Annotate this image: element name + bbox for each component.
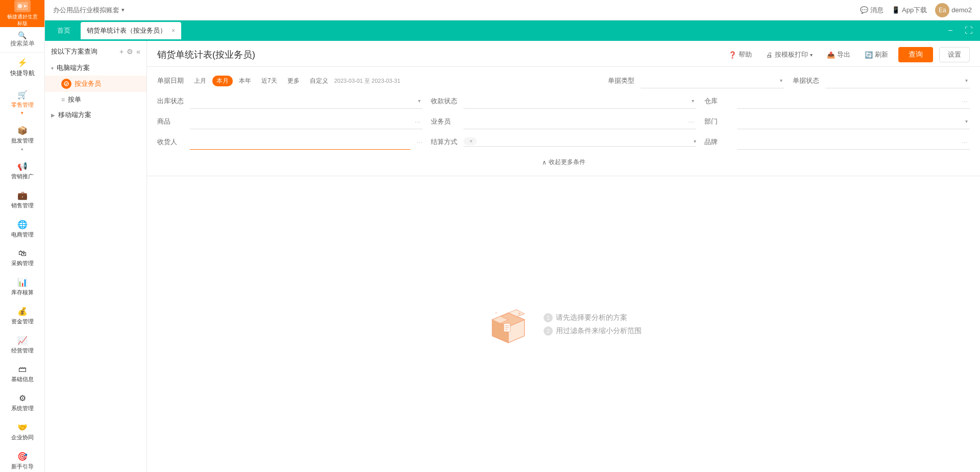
tree-item-by-order[interactable]: ≡ 按单 [45,92,146,107]
tree-item-by-salesman[interactable]: 按业务员 [45,76,146,92]
doc-status-select[interactable]: ▾ [825,73,970,88]
download-icon: 📱 [892,6,900,14]
tab-sales-stats[interactable]: 销货单统计表（按业务员） × [81,22,181,39]
app-logo[interactable]: 畅捷通好生意 标版 [0,0,45,27]
newbie-label: 新手引导 [11,463,34,470]
help-label: 帮助 [739,50,752,59]
corp-icon: 🤝 [17,422,28,432]
finance-label: 资金管理 [11,318,34,325]
breadcrumb-text: 办公用品行业模拟账套 [53,6,119,15]
breadcrumb-arrow-icon: ▾ [121,7,125,13]
retail-icon: 🛒 [17,90,28,100]
filter-brand: 品牌 ··· [704,134,970,150]
doc-type-select[interactable]: ▾ [641,73,785,88]
date-pill-more[interactable]: 更多 [283,76,304,86]
home-label: 首页 [57,26,70,35]
tab-home[interactable]: 首页 [49,20,79,41]
sidebar-item-basic[interactable]: 🗃 基础信息 [0,360,44,388]
warehouse-select[interactable]: ··· [737,93,970,109]
filter-area: 单据日期 上月 本月 本年 近7天 更多 自定义 2023-03-01 至 20… [147,67,980,176]
brand-ellipsis-icon: ··· [962,138,968,146]
print-arrow-icon: ▾ [810,52,813,58]
collapse-icon: − [948,26,952,35]
user-menu-btn[interactable]: Ea demo2 [935,3,972,17]
salesman-select[interactable]: ··· [463,114,696,129]
out-status-select[interactable]: ▾ [190,93,423,109]
tab-bar-actions: − ⛶ [943,23,976,38]
date-pill-this-month[interactable]: 本月 [212,76,233,86]
refresh-label: 刷新 [875,50,888,59]
right-content: 销货单统计表(按业务员) ❓ 帮助 🖨 按模板打印 ▾ 📤 导出 [147,41,980,472]
sidebar-item-sales[interactable]: 💼 销售管理 [0,185,44,215]
sidebar-item-retail[interactable]: 🛒 零售管理 ▾ [0,85,44,121]
filter-salesman: 业务员 ··· [431,114,696,129]
tree-group-mobile[interactable]: ▶ 移动端方案 [45,107,146,123]
sidebar-item-wholesale[interactable]: 📦 批发管理 ▴ [0,121,44,156]
filter-settlement: 结算方式 × ▾ [431,137,696,147]
collapse-filters-label: 收起更多条件 [549,158,585,167]
avatar-text: Ea [939,7,946,14]
finance-icon: 💰 [17,306,28,316]
collapse-filters-btn[interactable]: ∧ 收起更多条件 [157,155,970,170]
message-btn[interactable]: 💬 消息 [860,6,884,15]
brand-select[interactable]: ··· [737,134,970,150]
receiver-ellipsis-icon: ··· [416,138,423,146]
brand-label: 品牌 [704,137,733,147]
basic-label: 基础信息 [11,375,34,383]
help-btn[interactable]: ❓ 帮助 [724,48,756,61]
sidebar-search[interactable]: 🔍 搜索菜单 [0,27,44,53]
tree-group-pc[interactable]: ▾ 电脑端方案 [45,60,146,76]
receipt-status-select[interactable]: ▾ [463,93,696,109]
settlement-tag-close-btn[interactable]: × [470,138,473,144]
sidebar-item-shortcut[interactable]: ⚡ 快捷导航 [0,53,44,83]
active-indicator [61,79,71,89]
breadcrumb-dropdown[interactable]: 办公用品行业模拟账套 ▾ [53,6,125,15]
print-btn[interactable]: 🖨 按模板打印 ▾ [762,48,817,61]
app-sub-text: 标版 [17,20,28,27]
sidebar-item-ecommerce[interactable]: 🌐 电商管理 [0,215,44,244]
tab-sales-stats-label: 销货单统计表（按业务员） [87,26,166,35]
refresh-btn[interactable]: 🔄 刷新 [861,48,892,61]
filter-out-status: 出库状态 ▾ [157,93,423,109]
add-scheme-btn[interactable]: + [119,48,124,56]
sidebar-item-corp[interactable]: 🤝 企业协同 [0,417,44,446]
date-pill-this-year[interactable]: 本年 [235,76,255,86]
sidebar-item-system[interactable]: ⚙ 系统管理 [0,388,44,417]
tab-collapse-btn[interactable]: − [943,23,958,38]
filter-doc-type: 单据类型 ▾ [608,73,785,88]
export-btn[interactable]: 📤 导出 [823,48,854,61]
date-pill-custom[interactable]: 自定义 [306,76,332,86]
date-pill-last-month[interactable]: 上月 [190,76,210,86]
shortcut-label: 快捷导航 [10,69,35,78]
sidebar-item-finance[interactable]: 💰 资金管理 [0,301,44,331]
newbie-icon: 🎯 [17,452,28,461]
sidebar-item-purchase[interactable]: 🛍 采购管理 [0,244,44,272]
sidebar-item-operations[interactable]: 📈 经营管理 [0,331,44,360]
settings-scheme-btn[interactable]: ⚙ [127,48,133,56]
tab-close-icon[interactable]: × [172,27,175,34]
sidebar-item-inventory[interactable]: 📊 库存核算 [0,272,44,301]
retail-arrow: ▾ [21,110,23,115]
app-download-btn[interactable]: 📱 App下载 [892,6,927,15]
sidebar-item-newbie[interactable]: 🎯 新手引导 [0,446,44,472]
sidebar-item-marketing[interactable]: 📢 营销推广 [0,156,44,185]
settings-button[interactable]: 设置 [939,47,970,62]
doc-type-label: 单据类型 [608,76,636,85]
goods-ellipsis-icon: ··· [414,117,421,126]
date-pill-7days[interactable]: 近7天 [257,76,281,86]
inventory-label: 库存核算 [11,289,34,296]
collapse-panel-btn[interactable]: « [136,48,140,56]
receiver-input[interactable] [190,134,410,150]
warehouse-label: 仓库 [704,97,733,106]
doc-status-label: 单据状态 [793,76,821,85]
settlement-dropdown-arrow-icon[interactable]: ▾ [694,138,696,144]
tab-expand-btn[interactable]: ⛶ [962,23,976,38]
hint-2-text: 用过滤条件来缩小分析范围 [556,326,642,336]
header-breadcrumb: 办公用品行业模拟账套 ▾ [53,6,125,15]
goods-select[interactable]: ··· [190,114,423,129]
warehouse-ellipsis-icon: ··· [962,97,968,105]
pc-group-expand-icon: ▾ [51,65,54,71]
date-range-display: 2023-03-01 至 2023-03-31 [334,77,401,85]
department-select[interactable]: ▾ [737,114,970,129]
query-button[interactable]: 查询 [898,47,933,62]
